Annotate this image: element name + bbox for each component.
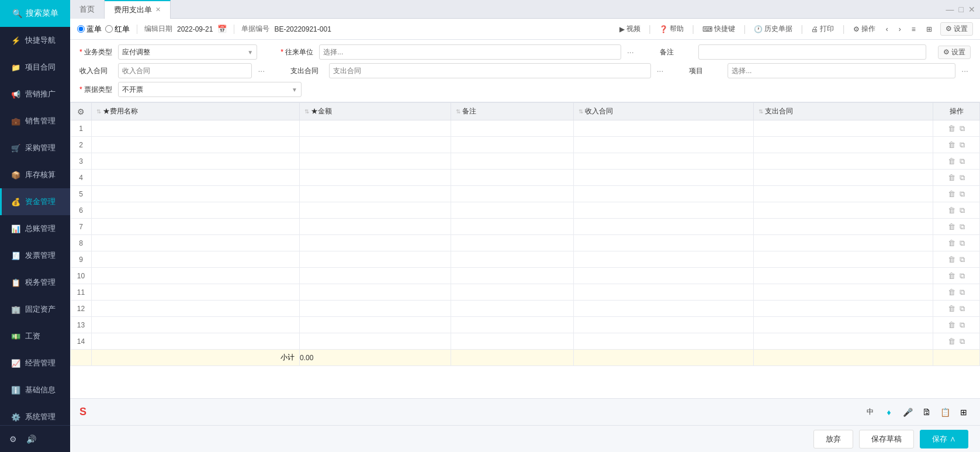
row-note-cell[interactable] [451, 186, 573, 202]
print-btn[interactable]: 🖨 打印 [809, 23, 836, 35]
row-delete-icon[interactable]: 🗑 [948, 288, 955, 296]
row-copy-icon[interactable]: ⧉ [960, 173, 965, 182]
bottom-icon-doc[interactable]: 🖺 [919, 405, 933, 419]
payee-input[interactable] [319, 44, 621, 60]
sidebar-item-tax[interactable]: 📋 税务管理 [0, 269, 70, 296]
row-name-cell[interactable] [92, 186, 300, 202]
bottom-icon-diamond[interactable]: ♦ [882, 405, 896, 419]
row-expense-contract-cell[interactable] [753, 268, 933, 284]
shortcut-btn[interactable]: ⌨ 快捷键 [700, 23, 737, 35]
row-note-cell[interactable] [451, 202, 573, 219]
expense-contract-input[interactable] [329, 63, 651, 78]
view-list-btn[interactable]: ≡ [909, 24, 918, 34]
calendar-icon[interactable]: 📅 [217, 25, 227, 33]
row-expense-contract-cell[interactable] [753, 235, 933, 251]
row-amount-cell[interactable] [299, 317, 451, 333]
sidebar-header[interactable]: 🔍 搜索菜单 [0, 0, 70, 27]
row-expense-contract-cell[interactable] [753, 202, 933, 219]
discard-button[interactable]: 放弃 [813, 430, 853, 448]
sidebar-item-marketing[interactable]: 📢 营销推广 [0, 81, 70, 108]
row-name-cell[interactable] [92, 137, 300, 153]
sidebar-item-purchase[interactable]: 🛒 采购管理 [0, 134, 70, 161]
row-note-cell[interactable] [451, 301, 573, 317]
row-name-cell[interactable] [92, 153, 300, 170]
row-delete-icon[interactable]: 🗑 [948, 337, 955, 346]
row-delete-icon[interactable]: 🗑 [948, 271, 955, 280]
window-maximize-icon[interactable]: □ [959, 5, 964, 14]
col-name-sort-icon[interactable]: ⇅ [96, 108, 101, 115]
nav-next-btn[interactable]: › [896, 24, 903, 34]
row-name-cell[interactable] [92, 333, 300, 350]
sidebar-item-sales[interactable]: 💼 销售管理 [0, 108, 70, 134]
row-delete-icon[interactable]: 🗑 [948, 255, 955, 264]
col-note-sort-icon[interactable]: ⇅ [456, 108, 460, 115]
save-draft-button[interactable]: 保存草稿 [859, 430, 914, 448]
row-name-cell[interactable] [92, 120, 300, 137]
row-delete-icon[interactable]: 🗑 [948, 239, 955, 247]
sidebar-item-ledger[interactable]: 📊 总账管理 [0, 215, 70, 242]
sidebar-item-inventory[interactable]: 📦 库存核算 [0, 161, 70, 188]
row-income-contract-cell[interactable] [574, 202, 753, 219]
bottom-icon-zhong[interactable]: 中 [863, 405, 877, 419]
row-copy-icon[interactable]: ⧉ [960, 304, 965, 313]
row-copy-icon[interactable]: ⧉ [960, 239, 965, 247]
row-income-contract-cell[interactable] [574, 317, 753, 333]
row-copy-icon[interactable]: ⧉ [960, 320, 965, 329]
row-delete-icon[interactable]: 🗑 [948, 320, 955, 329]
row-note-cell[interactable] [451, 333, 573, 350]
invoice-type-select[interactable]: 不开票 ▼ [118, 82, 302, 97]
bottom-icon-clipboard[interactable]: 📋 [938, 405, 952, 419]
row-amount-cell[interactable] [299, 333, 451, 350]
payee-more-btn[interactable]: ··· [625, 47, 636, 57]
row-income-contract-cell[interactable] [574, 120, 753, 137]
form-set-button[interactable]: ⚙ 设置 [938, 46, 971, 59]
row-delete-icon[interactable]: 🗑 [948, 206, 955, 215]
row-expense-contract-cell[interactable] [753, 120, 933, 137]
row-note-cell[interactable] [451, 120, 573, 137]
row-name-cell[interactable] [92, 170, 300, 186]
row-amount-cell[interactable] [299, 120, 451, 137]
row-expense-contract-cell[interactable] [753, 137, 933, 153]
project-input[interactable] [728, 63, 955, 78]
tab-expense-form[interactable]: 费用支出单 ✕ [105, 0, 171, 19]
row-delete-icon[interactable]: 🗑 [948, 157, 955, 165]
sidebar-item-operations[interactable]: 📈 经营管理 [0, 350, 70, 377]
save-button[interactable]: 保存 ∧ [920, 430, 968, 448]
row-note-cell[interactable] [451, 170, 573, 186]
row-note-cell[interactable] [451, 317, 573, 333]
row-income-contract-cell[interactable] [574, 186, 753, 202]
settings-icon[interactable]: ⚙ [9, 434, 17, 444]
row-amount-cell[interactable] [299, 284, 451, 301]
row-note-cell[interactable] [451, 268, 573, 284]
row-name-cell[interactable] [92, 301, 300, 317]
row-name-cell[interactable] [92, 317, 300, 333]
sidebar-item-capital[interactable]: 💰 资金管理 [0, 188, 70, 215]
row-copy-icon[interactable]: ⧉ [960, 337, 965, 346]
row-note-cell[interactable] [451, 235, 573, 251]
row-income-contract-cell[interactable] [574, 235, 753, 251]
row-expense-contract-cell[interactable] [753, 170, 933, 186]
video-btn[interactable]: ▶ 视频 [617, 23, 643, 35]
business-type-select[interactable]: 应付调整 ▼ [118, 44, 257, 60]
set-button[interactable]: ⚙ 设置 [940, 22, 973, 36]
row-amount-cell[interactable] [299, 301, 451, 317]
row-amount-cell[interactable] [299, 202, 451, 219]
row-expense-contract-cell[interactable] [753, 251, 933, 268]
row-copy-icon[interactable]: ⧉ [960, 288, 965, 296]
row-expense-contract-cell[interactable] [753, 284, 933, 301]
row-copy-icon[interactable]: ⧉ [960, 189, 965, 198]
row-amount-cell[interactable] [299, 137, 451, 153]
table-gear-icon[interactable]: ⚙ [77, 107, 85, 116]
sidebar-item-quick-nav[interactable]: ⚡ 快捷导航 [0, 27, 70, 54]
row-delete-icon[interactable]: 🗑 [948, 173, 955, 182]
row-income-contract-cell[interactable] [574, 153, 753, 170]
row-delete-icon[interactable]: 🗑 [948, 222, 955, 231]
row-name-cell[interactable] [92, 284, 300, 301]
row-name-cell[interactable] [92, 235, 300, 251]
row-income-contract-cell[interactable] [574, 301, 753, 317]
row-expense-contract-cell[interactable] [753, 301, 933, 317]
row-income-contract-cell[interactable] [574, 137, 753, 153]
sidebar-item-system[interactable]: ⚙️ 系统管理 [0, 403, 70, 425]
row-amount-cell[interactable] [299, 186, 451, 202]
row-name-cell[interactable] [92, 219, 300, 235]
